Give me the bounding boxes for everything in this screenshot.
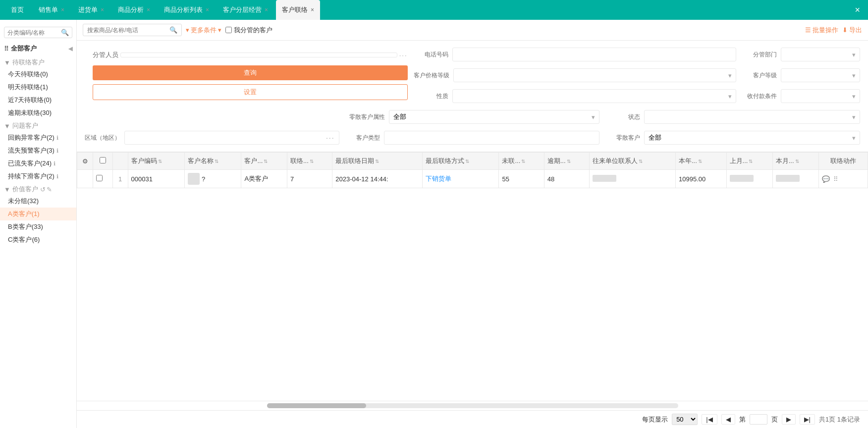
filter-price-level-input[interactable]: ▾	[453, 68, 737, 82]
filter-nature-input[interactable]: ▾	[452, 89, 737, 103]
nav-tab-purchase[interactable]: 进货单 ×	[72, 0, 110, 20]
filter-icon: ▾	[186, 26, 189, 34]
filter-phone-input[interactable]	[452, 48, 737, 61]
group-value-customers[interactable]: ▼ 价值客户 ↺ ✎	[0, 183, 76, 195]
th-this-month[interactable]: 本月... ⇅	[772, 153, 818, 170]
filter-retail-customer-input[interactable]: 全部▾	[644, 131, 860, 145]
nav-tab-analysis[interactable]: 商品分析 ×	[112, 0, 156, 20]
scrollbar-thumb[interactable]	[267, 403, 366, 408]
filter-customer-level-label: 客户等级	[742, 71, 777, 80]
sidebar-item-c-class[interactable]: C类客户(6)	[0, 233, 76, 246]
th-name[interactable]: 客户名称 ⇅	[184, 153, 241, 170]
td-checkbox[interactable]	[93, 170, 113, 188]
th-checkbox[interactable]	[93, 153, 113, 170]
filter-area: 电话号码 分管部门 ▾ 分管人员 ···	[77, 41, 868, 152]
filter-pay-condition-input[interactable]: ▾	[781, 89, 860, 103]
sidebar-search-wrap[interactable]: 🔍	[4, 27, 72, 38]
th-no-contact[interactable]: 未联... ⇅	[499, 153, 544, 170]
th-last-contact-method[interactable]: 最后联络方式 ⇅	[423, 153, 499, 170]
query-button[interactable]: 查询	[93, 65, 408, 80]
nav-tab-customer-layer[interactable]: 客户分层经营 ×	[217, 0, 274, 20]
table-settings-col[interactable]: ⚙	[77, 153, 93, 170]
filter-person-input[interactable]	[120, 53, 397, 57]
th-last-contact-date[interactable]: 最后联络日期 ⇅	[332, 153, 423, 170]
gear-icon[interactable]: ⚙	[82, 158, 88, 165]
sidebar-item-today-contact[interactable]: 今天待联络(0)	[0, 68, 76, 81]
close-icon[interactable]: ×	[101, 6, 104, 13]
th-this-year[interactable]: 本年... ⇅	[675, 153, 726, 170]
sidebar-search-icon[interactable]: 🔍	[61, 29, 69, 36]
sidebar-item-overdue-contact[interactable]: 逾期未联络(30)	[0, 107, 76, 119]
action-more-icon[interactable]: ⠿	[833, 175, 838, 183]
top-nav: 首页 销售单 × 进货单 × 商品分析 × 商品分析列表 × 客户分层经营 × …	[0, 0, 868, 20]
td-contact-count: 7	[287, 170, 332, 188]
td-last-contact-method[interactable]: 下销货单	[423, 170, 499, 188]
th-code[interactable]: 客户编码 ⇅	[128, 153, 184, 170]
my-customers-checkbox-wrap[interactable]: 我分管的客户	[225, 26, 272, 35]
sidebar-item-declining[interactable]: 持续下滑客户(2) ℹ	[0, 170, 76, 183]
sidebar-item-b-class[interactable]: B类客户(33)	[0, 220, 76, 233]
filter-retail-attr-input[interactable]: 全部▾	[389, 110, 600, 124]
page-size-select[interactable]: 50 100 200	[672, 414, 698, 425]
th-overdue[interactable]: 逾期... ⇅	[544, 153, 589, 170]
close-icon[interactable]: ×	[147, 6, 150, 13]
filter-dept: 分管部门 ▾	[742, 46, 860, 63]
action-comment-icon[interactable]: 💬	[822, 175, 830, 183]
settings-button[interactable]: 设置	[93, 84, 408, 100]
close-icon[interactable]: ×	[61, 6, 64, 13]
my-customers-checkbox[interactable]	[225, 27, 232, 33]
contact-method-link[interactable]: 下销货单	[426, 175, 451, 182]
sort-icon: ⇅	[215, 159, 218, 164]
window-close-button[interactable]: ×	[851, 5, 864, 15]
th-company-contact[interactable]: 往来单位联系人 ⇅	[590, 153, 676, 170]
th-last-month[interactable]: 上月... ⇅	[726, 153, 772, 170]
sidebar-item-7day-contact[interactable]: 近7天待联络(0)	[0, 94, 76, 107]
export-button[interactable]: ⬇ 导出	[842, 26, 862, 35]
close-icon[interactable]: ×	[265, 6, 268, 13]
search-input[interactable]	[87, 27, 167, 34]
sidebar-search-input[interactable]	[7, 29, 61, 36]
first-page-button[interactable]: |◀	[702, 414, 717, 425]
sidebar-item-unclassified[interactable]: 未分组(32)	[0, 195, 76, 208]
td-overdue: 48	[544, 170, 589, 188]
next-page-button[interactable]: ▶	[782, 414, 796, 425]
dots-icon: ···	[326, 134, 335, 142]
refresh-icon[interactable]: ↺	[40, 186, 46, 193]
batch-ops-button[interactable]: ☰ 批量操作	[805, 26, 838, 35]
td-action[interactable]: 💬 ⠿	[818, 170, 868, 188]
th-action: 联络动作	[818, 153, 868, 170]
row-checkbox[interactable]	[96, 175, 103, 181]
sort-icon: ⇅	[465, 159, 469, 164]
group-problem-customers[interactable]: ▼ 问题客户	[0, 119, 76, 131]
select-all-checkbox[interactable]	[100, 157, 106, 163]
sidebar-item-a-class[interactable]: A类客户(1)	[0, 208, 76, 220]
nav-home[interactable]: 首页	[4, 0, 31, 20]
search-input-wrap[interactable]: 🔍	[83, 24, 182, 36]
more-conditions-button[interactable]: ▾ 更多条件 ▾	[186, 26, 221, 35]
sidebar-item-abnormal-repurchase[interactable]: 回购异常客户(2) ℹ	[0, 131, 76, 144]
sidebar-item-tomorrow-contact[interactable]: 明天待联络(1)	[0, 81, 76, 94]
sidebar-item-churn-warning[interactable]: 流失预警客户(3) ℹ	[0, 144, 76, 157]
close-icon[interactable]: ×	[206, 6, 209, 13]
page-input[interactable]: 1	[750, 414, 767, 425]
sidebar-item-churned[interactable]: 已流失客户(24) ℹ	[0, 157, 76, 170]
last-page-button[interactable]: ▶|	[800, 414, 815, 425]
nav-tab-sales[interactable]: 销售单 ×	[33, 0, 70, 20]
filter-region-input[interactable]: ···	[124, 131, 339, 145]
close-icon[interactable]: ×	[311, 6, 314, 13]
edit-icon[interactable]: ✎	[47, 186, 52, 193]
prev-page-button[interactable]: ◀	[721, 414, 735, 425]
search-icon[interactable]: 🔍	[169, 26, 177, 34]
filter-status-input[interactable]: ▾	[644, 110, 860, 124]
filter-customer-type-input[interactable]	[384, 131, 600, 145]
filter-dept-input[interactable]: ▾	[781, 48, 860, 61]
all-customers-header[interactable]: ⠿ 全部客户 ◀	[0, 41, 76, 56]
scrollbar-track[interactable]	[267, 403, 678, 408]
nav-tab-analysis-list[interactable]: 商品分析列表 ×	[158, 0, 215, 20]
th-contact-count[interactable]: 联络... ⇅	[287, 153, 332, 170]
group-pending-contact[interactable]: ▼ 待联络客户	[0, 56, 76, 68]
nav-tab-customer-contact[interactable]: 客户联络 ×	[276, 0, 320, 20]
filter-customer-level-input[interactable]: ▾	[781, 68, 860, 82]
content-area: 🔍 ▾ 更多条件 ▾ 我分管的客户 ☰ 批量操作 ⬇ 导出	[77, 20, 868, 428]
th-level[interactable]: 客户... ⇅	[241, 153, 287, 170]
